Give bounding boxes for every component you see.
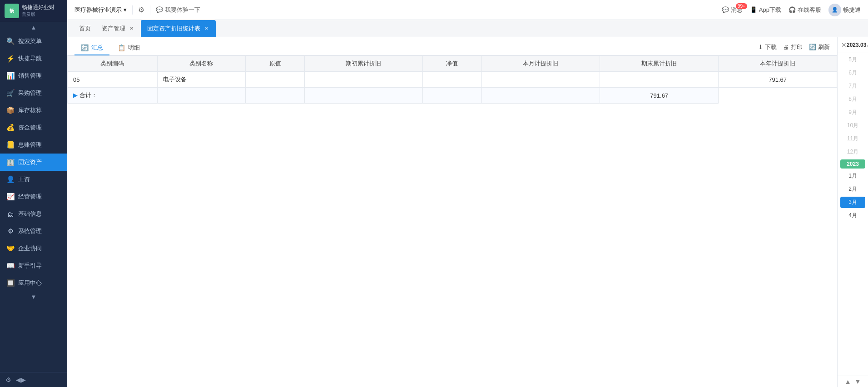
sidebar-icon-quicknav: ⚡	[6, 55, 15, 63]
date-panel-close-btn[interactable]: ✕	[841, 41, 847, 49]
app-name: 畅捷通好业财	[22, 4, 55, 11]
user-area[interactable]: 👤 畅捷通	[828, 4, 861, 16]
app-logo-icon: 畅	[5, 4, 19, 18]
date-nav-up[interactable]: ▲	[845, 378, 851, 385]
sidebar-label-ledger: 总账管理	[18, 141, 42, 149]
sidebar-icon-fixedasset: 🏢	[6, 158, 15, 166]
print-label: 打印	[791, 43, 803, 51]
sidebar-icon-sales: 📊	[6, 72, 15, 80]
summary-icon: 🔄	[81, 44, 89, 51]
subtab-detail[interactable]: 📋 明细	[111, 41, 146, 55]
sidebar-item-fixedasset[interactable]: 🏢固定资产	[0, 154, 67, 171]
company-selector[interactable]: 医疗器械行业演示 ▾	[74, 6, 127, 14]
download-btn[interactable]: ⬇ 下载	[758, 43, 777, 51]
tab-depreciation[interactable]: 固定资产折旧统计表 ✕	[141, 20, 216, 37]
sidebar-item-appstore[interactable]: 🔲应用中心	[0, 274, 67, 292]
tab-assetmgr-close[interactable]: ✕	[128, 25, 134, 32]
sidebar-item-basic[interactable]: 🗂基础信息	[0, 205, 67, 223]
service-icon: 🎧	[789, 6, 796, 13]
date-month-item: 6月	[838, 66, 868, 79]
date-month-item[interactable]: 2月	[838, 183, 868, 196]
download-label: 下载	[765, 43, 777, 51]
service-action[interactable]: 🎧 在线客服	[789, 6, 821, 14]
date-month-item: 9月	[838, 106, 868, 119]
date-month-item[interactable]: 4月	[838, 209, 868, 222]
sidebar-item-search[interactable]: 🔍搜索菜单	[0, 33, 67, 50]
date-list: 5月6月7月8月9月10月11月12月 2023 1月2月3月4月	[838, 53, 868, 376]
total-cell-initial_acc	[246, 88, 304, 104]
sidebar-item-purchase[interactable]: 🛒采购管理	[0, 84, 67, 102]
topbar: 医疗器械行业演示 ▾ ⚙ 💬 我要体验一下 💬 消息 99+ 📱 App下载 🎧…	[67, 0, 868, 20]
tab-assetmgr[interactable]: 资产管理 ✕	[95, 20, 141, 37]
col-header: 期初累计折旧	[304, 56, 423, 72]
topbar-right: 💬 消息 99+ 📱 App下载 🎧 在线客服 👤 畅捷通	[722, 4, 861, 16]
col-header: 期末累计折旧	[600, 56, 719, 72]
sidebar-label-purchase: 采购管理	[18, 89, 42, 97]
company-dropdown-icon: ▾	[124, 6, 127, 13]
table-cell: 791.67	[719, 72, 837, 88]
total-cell-net	[304, 88, 423, 104]
sidebar-item-operations[interactable]: 📈经营管理	[0, 188, 67, 205]
sidebar-item-system[interactable]: ⚙系统管理	[0, 223, 67, 240]
sidebar-item-inventory[interactable]: 📦库存核算	[0, 102, 67, 119]
sidebar-nav: ▲ 🔍搜索菜单⚡快捷导航📊销售管理🛒采购管理📦库存核算💰资金管理📒总账管理🏢固定…	[0, 22, 67, 372]
sidebar-icon-guide: 📖	[6, 262, 15, 270]
scroll-up-btn[interactable]: ▲	[0, 22, 67, 33]
sidebar-icon-ledger: 📒	[6, 141, 15, 149]
date-month-item[interactable]: 1月	[838, 169, 868, 183]
sidebar-item-guide[interactable]: 📖新手引导	[0, 257, 67, 274]
sidebar-icon-operations: 📈	[6, 193, 15, 201]
print-btn[interactable]: 🖨 打印	[783, 43, 803, 51]
tabs-bar: 首页 资产管理 ✕ 固定资产折旧统计表 ✕	[67, 20, 868, 37]
date-panel-expand-btn[interactable]: ⤢	[866, 42, 868, 48]
experience-text: 我要体验一下	[165, 6, 200, 14]
tab-assetmgr-label: 资产管理	[102, 25, 125, 33]
service-label: 在线客服	[798, 6, 821, 14]
subtab-summary-label: 汇总	[91, 44, 103, 52]
sub-tabs: 🔄 汇总 📋 明细 ⬇ 下载 🖨 打印	[67, 37, 837, 55]
experience-btn[interactable]: 💬 我要体验一下	[156, 6, 200, 14]
sidebar-item-sales[interactable]: 📊销售管理	[0, 67, 67, 84]
refresh-label: 刷新	[818, 43, 830, 51]
sidebar-item-ledger[interactable]: 📒总账管理	[0, 136, 67, 154]
total-cell-yearly: 791.67	[600, 88, 719, 104]
settings-icon[interactable]: ⚙	[5, 376, 11, 383]
topbar-settings-btn[interactable]: ⚙	[138, 5, 144, 14]
sidebar-icon-finance: 💰	[6, 124, 15, 132]
date-panel: ✕ 2023.03 ⤢ 5月6月7月8月9月10月11月12月 2023 1月2…	[837, 37, 868, 387]
col-header: 本月计提折旧	[481, 56, 600, 72]
sidebar-label-appstore: 应用中心	[18, 279, 42, 287]
sidebar-item-finance[interactable]: 💰资金管理	[0, 119, 67, 136]
sidebar-item-corp[interactable]: 🤝企业协同	[0, 240, 67, 257]
date-month-item: 11月	[838, 132, 868, 145]
date-nav-down[interactable]: ▼	[855, 378, 861, 385]
date-month-item: 7月	[838, 79, 868, 93]
date-month-item: 8月	[838, 93, 868, 106]
sidebar-item-quicknav[interactable]: ⚡快捷导航	[0, 50, 67, 67]
scroll-down-btn[interactable]: ▼	[0, 292, 67, 302]
table-cell	[481, 72, 600, 88]
col-header: 本年计提折旧	[719, 56, 837, 72]
sidebar-icon-inventory: 📦	[6, 106, 15, 114]
table-cell	[304, 72, 423, 88]
refresh-btn[interactable]: 🔄 刷新	[809, 43, 830, 51]
tab-depreciation-close[interactable]: ✕	[203, 25, 209, 32]
sidebar: 畅 畅捷通好业财 普及版 ▲ 🔍搜索菜单⚡快捷导航📊销售管理🛒采购管理📦库存核算…	[0, 0, 67, 387]
sidebar-item-payroll[interactable]: 👤工资	[0, 171, 67, 188]
app-icon: 📱	[750, 6, 757, 13]
subtab-summary[interactable]: 🔄 汇总	[74, 41, 109, 55]
date-year-label[interactable]: 2023	[840, 159, 865, 169]
date-month-item: 5月	[838, 53, 868, 66]
date-month-item[interactable]: 3月	[840, 197, 865, 208]
date-panel-header: ✕ 2023.03 ⤢	[838, 37, 868, 53]
tab-home-label: 首页	[79, 25, 91, 33]
sidebar-label-fixedasset: 固定资产	[18, 158, 42, 166]
total-label: ▶合计：	[68, 88, 158, 104]
depreciation-table: 类别编码类别名称原值期初累计折旧净值本月计提折旧期末累计折旧本年计提折旧 05电…	[67, 55, 837, 104]
table-row: 05电子设备791.67	[68, 72, 837, 88]
collapse-icon[interactable]: ◀▶	[16, 376, 26, 383]
app-download-action[interactable]: 📱 App下载	[750, 6, 781, 14]
total-cell-end_acc	[481, 88, 600, 104]
message-action[interactable]: 💬 消息 99+	[722, 6, 743, 14]
tab-home[interactable]: 首页	[74, 20, 95, 37]
